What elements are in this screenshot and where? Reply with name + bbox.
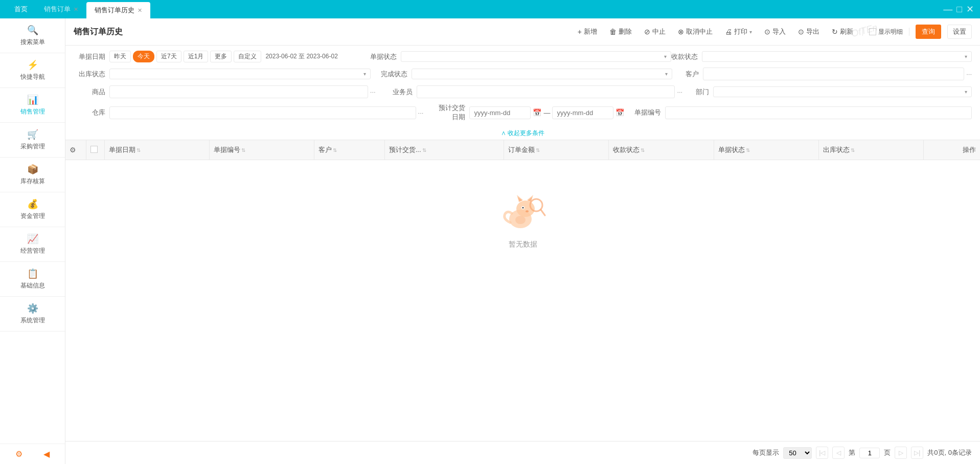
customer-label: 客户 xyxy=(682,70,703,79)
query-button[interactable]: 查询 xyxy=(916,25,941,39)
customer-dots[interactable]: ··· xyxy=(966,70,972,78)
th-date-sort[interactable]: ⇅ xyxy=(136,147,141,153)
export-button[interactable]: ⊙ 导出 xyxy=(795,25,823,38)
sidebar-collapse-icon[interactable]: ◀ xyxy=(43,449,50,459)
page-first-btn[interactable]: |◁ xyxy=(816,447,828,459)
window-minimize[interactable]: — xyxy=(943,4,952,15)
goods-input[interactable] xyxy=(109,85,368,98)
th-amount-label: 订单金额 xyxy=(508,145,535,154)
complete-status-arrow: ▾ xyxy=(665,71,668,77)
warehouse-input[interactable] xyxy=(109,106,416,119)
cancel-stop-button[interactable]: ⊗ 取消中止 xyxy=(675,25,716,38)
date-btn-custom[interactable]: 自定义 xyxy=(234,51,261,62)
outbound-status-select[interactable]: ▾ xyxy=(109,69,371,79)
salesman-input[interactable] xyxy=(417,85,675,98)
toolbar-divider xyxy=(862,28,863,36)
warehouse-dots[interactable]: ··· xyxy=(418,109,424,117)
order-status-select[interactable]: ▾ xyxy=(401,51,671,62)
sidebar-item-sys-mgmt[interactable]: ⚙️ 系统管理 xyxy=(0,297,65,332)
th-order-no-sort[interactable]: ⇅ xyxy=(241,147,245,153)
order-no-input[interactable] xyxy=(665,106,972,119)
svg-point-7 xyxy=(522,207,523,209)
settings-button[interactable]: 设置 xyxy=(947,25,972,39)
page-input[interactable] xyxy=(859,448,880,458)
add-button[interactable]: + 新增 xyxy=(575,25,600,38)
filter-row-3: 商品 ··· 业务员 ··· 部门 ▾ xyxy=(74,85,972,98)
add-icon: + xyxy=(578,28,582,36)
select-all-checkbox[interactable] xyxy=(90,146,98,153)
tab-home[interactable]: 首页 xyxy=(6,0,36,18)
date-btn-more[interactable]: 更多 xyxy=(210,51,232,62)
order-status-arrow: ▾ xyxy=(664,54,667,59)
th-outbound-status-sort[interactable]: ⇅ xyxy=(851,147,855,153)
th-order-no-label: 单据编号 xyxy=(214,145,240,154)
delivery-date-end-cal[interactable]: 📅 xyxy=(616,108,624,117)
sidebar-item-operations[interactable]: 📈 经营管理 xyxy=(0,227,65,262)
customer-input[interactable] xyxy=(703,68,964,80)
page-last-btn[interactable]: ▷| xyxy=(911,447,923,459)
th-amount-sort[interactable]: ⇅ xyxy=(536,147,540,153)
date-btn-yesterday[interactable]: 昨天 xyxy=(109,51,131,62)
date-btn-1month[interactable]: 近1月 xyxy=(184,51,209,62)
svg-line-10 xyxy=(541,210,545,215)
page-next-btn[interactable]: ▷ xyxy=(895,447,907,459)
toolbar: + 新增 🗑 删除 ⊘ 中止 ⊗ 取消中止 🖨 打印 xyxy=(575,25,972,39)
salesman-dots[interactable]: ··· xyxy=(677,88,682,96)
sidebar-settings-icon[interactable]: ⚙ xyxy=(15,449,22,459)
sidebar-item-capital-mgmt[interactable]: 💰 资金管理 xyxy=(0,192,65,227)
receipt-status-select[interactable]: ▾ xyxy=(702,51,972,62)
inventory-icon: 📦 xyxy=(27,164,38,175)
sidebar-item-search-menu[interactable]: 🔍 搜索菜单 xyxy=(0,18,65,53)
refresh-label: 刷新 xyxy=(840,27,853,36)
tab-sales-order-close[interactable]: ✕ xyxy=(74,6,78,13)
page-prev-btn[interactable]: ◁ xyxy=(832,447,845,459)
date-btn-7days[interactable]: 近7天 xyxy=(156,51,181,62)
sidebar-item-purchase-mgmt[interactable]: 🛒 采购管理 xyxy=(0,123,65,158)
tab-sales-order-history-close[interactable]: ✕ xyxy=(138,7,142,14)
window-maximize[interactable]: □ xyxy=(956,4,962,15)
th-date: 单据日期 ⇅ xyxy=(104,140,209,160)
tab-sales-order-history[interactable]: 销售订单历史 ✕ xyxy=(86,2,150,18)
tab-sales-order[interactable]: 销售订单 ✕ xyxy=(36,0,86,18)
complete-status-select[interactable]: ▾ xyxy=(412,69,673,79)
import-button[interactable]: ⊙ 导入 xyxy=(761,25,789,38)
delete-button[interactable]: 🗑 删除 xyxy=(606,25,635,38)
total-info: 共0页, 0条记录 xyxy=(927,448,972,457)
delivery-date-end[interactable] xyxy=(552,106,613,119)
cancel-stop-icon: ⊗ xyxy=(678,28,684,36)
page-header: 销售订单历史 + 新增 🗑 删除 ⊘ 中止 ⊗ 取消中止 xyxy=(65,18,980,46)
department-select[interactable]: ▾ xyxy=(713,86,972,97)
salesman-label: 业务员 xyxy=(386,87,417,97)
collapse-icon: ∧ xyxy=(501,129,506,137)
date-btn-today[interactable]: 今天 xyxy=(133,51,154,62)
top-bar: 首页 销售订单 ✕ 销售订单历史 ✕ — □ ✕ xyxy=(0,0,980,18)
goods-dots[interactable]: ··· xyxy=(370,88,376,96)
th-delivery-date-sort[interactable]: ⇅ xyxy=(422,147,426,153)
table-settings-icon[interactable]: ⚙ xyxy=(70,146,76,154)
table-header-row: ⚙ 单据日期 ⇅ 单据编号 xyxy=(65,140,980,160)
th-receipt-status-sort[interactable]: ⇅ xyxy=(641,147,645,153)
refresh-button[interactable]: ↻ 刷新 xyxy=(829,25,856,38)
page-size-select[interactable]: 50 10 20 100 xyxy=(783,447,812,459)
th-customer-sort[interactable]: ⇅ xyxy=(333,147,337,153)
stop-button[interactable]: ⊘ 中止 xyxy=(641,25,669,38)
th-order-status-sort[interactable]: ⇅ xyxy=(746,147,750,153)
export-icon: ⊙ xyxy=(798,28,804,36)
sidebar-item-inventory[interactable]: 📦 库存核算 xyxy=(0,158,65,192)
collapse-bar[interactable]: ∧ 收起更多条件 xyxy=(65,127,980,140)
th-date-label: 单据日期 xyxy=(109,145,135,154)
window-close[interactable]: ✕ xyxy=(966,4,974,15)
sidebar-item-base-info[interactable]: 📋 基础信息 xyxy=(0,262,65,297)
show-detail-checkbox[interactable] xyxy=(869,28,876,35)
delivery-date-start[interactable] xyxy=(469,106,531,119)
delete-icon: 🗑 xyxy=(609,28,617,36)
print-button[interactable]: 🖨 打印 ▾ xyxy=(722,25,755,38)
show-detail-label-text: 显示明细 xyxy=(878,28,903,36)
collapse-text: 收起更多条件 xyxy=(508,129,544,137)
sidebar-item-sales-mgmt[interactable]: 📊 销售管理 xyxy=(0,88,65,123)
warehouse-label: 仓库 xyxy=(74,108,109,117)
sidebar-item-quick-nav[interactable]: ⚡ 快捷导航 xyxy=(0,53,65,88)
import-label: 导入 xyxy=(772,27,786,36)
svg-point-8 xyxy=(526,210,529,212)
delivery-date-start-cal[interactable]: 📅 xyxy=(533,108,541,117)
